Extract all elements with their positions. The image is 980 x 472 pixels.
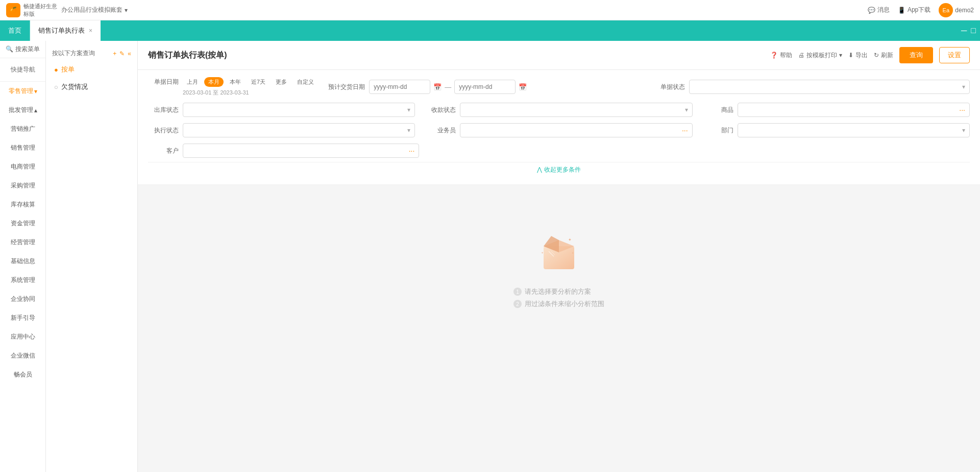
payment-label: 收款状态 — [425, 106, 456, 114]
print-button[interactable]: 🖨 按模板打印 ▾ — [798, 51, 842, 60]
sidebar: 🔍 搜索菜单 快捷导航 零售管理 ▾ 批发管理 ▴ 营销推广 销售管理 电商管理… — [0, 41, 46, 472]
collapse-panel-button[interactable]: « — [128, 50, 131, 57]
sidebar-item-basic[interactable]: 基础信息 — [0, 252, 45, 271]
app-download-button[interactable]: 📱 App下载 — [898, 6, 930, 14]
empty-illustration: ✦ ✦ ✦ — [533, 226, 584, 277]
outbound-select[interactable]: ▾ — [183, 103, 415, 117]
export-button[interactable]: ⬇ 导出 — [848, 51, 868, 60]
message-button[interactable]: 💬 消息 — [868, 6, 890, 14]
sidebar-item-member[interactable]: 畅会员 — [0, 365, 45, 384]
refresh-button[interactable]: ↻ 刷新 — [874, 51, 893, 60]
page-actions: ❓ 帮助 🖨 按模板打印 ▾ ⬇ 导出 ↻ 刷新 — [770, 47, 970, 63]
tab-sales-execution[interactable]: 销售订单执行表 × — [30, 20, 101, 41]
execution-select[interactable]: ▾ — [183, 123, 415, 137]
product-ellipsis-button[interactable]: ··· — [959, 106, 965, 114]
outbound-label: 出库状态 — [148, 106, 179, 114]
collapse-icon: ⋀ — [537, 166, 542, 173]
avatar: Ea — [939, 3, 953, 17]
shortcut-this-month[interactable]: 本月 — [204, 77, 224, 87]
sidebar-item-ecommerce[interactable]: 电商管理 — [0, 157, 45, 176]
search-area: 单据日期 上月 本月 本年 近7天 更多 自定义 2023-03-01 至 20… — [138, 70, 980, 185]
svg-text:✦: ✦ — [568, 238, 572, 242]
execution-label: 执行状态 — [148, 126, 179, 135]
page-title: 销售订单执行表(按单) — [148, 50, 227, 61]
query-button[interactable]: 查询 — [899, 47, 933, 63]
top-bar-right: 💬 消息 📱 App下载 Ea demo2 — [868, 3, 974, 17]
scheme-item-debt[interactable]: ○ 欠货情况 — [46, 78, 137, 96]
left-panel-header: 按以下方案查询 + ✎ « — [46, 46, 137, 61]
industry-dropdown[interactable]: 办公用品行业模拟账套 ▾ — [61, 6, 128, 14]
chevron-down-icon: ▾ — [407, 127, 410, 134]
salesperson-ellipsis-button[interactable]: ··· — [682, 126, 688, 134]
status-select[interactable]: ▾ — [689, 80, 970, 94]
sidebar-item-enterprise[interactable]: 企业协同 — [0, 290, 45, 309]
sidebar-item-appstore[interactable]: 应用中心 — [0, 327, 45, 346]
sidebar-quick-nav: 快捷导航 — [0, 58, 45, 82]
minimize-button[interactable]: ─ — [961, 26, 967, 35]
expected-date-range: 📅 — 📅 — [369, 80, 527, 94]
calendar-end-icon[interactable]: 📅 — [519, 83, 527, 91]
expected-date-end[interactable] — [454, 80, 516, 94]
customer-ellipsis-button[interactable]: ··· — [409, 147, 415, 155]
shortcut-this-year[interactable]: 本年 — [226, 77, 245, 87]
sidebar-item-retail[interactable]: 零售管理 ▾ — [0, 82, 45, 101]
empty-tips: 1 请先选择要分析的方案 2 用过滤条件来缩小分析范围 — [513, 287, 604, 312]
logo-text: 畅捷通好生意 标版 — [23, 3, 57, 17]
left-panel-actions: + ✎ « — [113, 50, 131, 57]
expected-date-filter: 预计交货日期 📅 — 📅 — [328, 80, 644, 94]
scheme-item-press[interactable]: ● 按单 — [46, 61, 137, 78]
tab-close-icon[interactable]: × — [89, 27, 92, 34]
sidebar-item-finance[interactable]: 资金管理 — [0, 214, 45, 233]
main-layout: 🔍 搜索菜单 快捷导航 零售管理 ▾ 批发管理 ▴ 营销推广 销售管理 电商管理… — [0, 41, 980, 472]
search-row-4: 客户 ··· — [148, 144, 970, 158]
tab-bar-actions: ─ □ — [961, 26, 980, 35]
sidebar-item-operations[interactable]: 经营管理 — [0, 233, 45, 252]
product-filter: 商品 ··· — [703, 103, 970, 117]
shortcut-more[interactable]: 更多 — [272, 77, 291, 87]
sidebar-item-wholesale[interactable]: 批发管理 ▴ — [0, 101, 45, 120]
sidebar-item-marketing[interactable]: 营销推广 — [0, 120, 45, 138]
maximize-button[interactable]: □ — [971, 26, 976, 35]
scheme-icon-debt: ○ — [54, 83, 58, 91]
date-shortcuts: 上月 本月 本年 近7天 更多 自定义 — [183, 77, 318, 87]
expected-date-start[interactable] — [369, 80, 430, 94]
sidebar-item-system[interactable]: 系统管理 — [0, 271, 45, 290]
export-icon: ⬇ — [848, 52, 853, 59]
date-range-display: 2023-03-01 至 2023-03-31 — [183, 89, 249, 97]
sidebar-item-sales[interactable]: 销售管理 — [0, 138, 45, 157]
scheme-icon-press: ● — [54, 66, 58, 74]
add-scheme-button[interactable]: + — [113, 50, 116, 57]
top-bar: 🍊 畅捷通好生意 标版 办公用品行业模拟账套 ▾ 💬 消息 📱 App下载 Ea… — [0, 0, 980, 20]
empty-state: ✦ ✦ ✦ 1 请先选择要分析的方案 2 用过滤条件来缩小分析范围 — [138, 185, 980, 352]
calendar-start-icon[interactable]: 📅 — [433, 83, 442, 91]
tab-home[interactable]: 首页 — [0, 20, 30, 41]
sidebar-item-newbie[interactable]: 新手引导 — [0, 309, 45, 327]
help-button[interactable]: ❓ 帮助 — [770, 51, 792, 60]
customer-label: 客户 — [148, 147, 179, 155]
chevron-down-icon: ▾ — [962, 83, 965, 90]
shortcut-7days[interactable]: 近7天 — [247, 77, 270, 87]
svg-text:✦: ✦ — [541, 251, 544, 254]
execution-filter: 执行状态 ▾ — [148, 123, 415, 137]
sidebar-item-purchase[interactable]: 采购管理 — [0, 176, 45, 195]
sidebar-search[interactable]: 🔍 搜索菜单 — [0, 41, 45, 58]
collapse-filter-button[interactable]: ⋀ 收起更多条件 — [148, 162, 970, 177]
edit-scheme-button[interactable]: ✎ — [119, 50, 125, 57]
chevron-up-icon: ▴ — [34, 107, 37, 114]
shortcut-last-month[interactable]: 上月 — [183, 77, 202, 87]
date-label: 单据日期 — [148, 78, 179, 86]
payment-filter: 收款状态 ▾ — [425, 103, 692, 117]
department-select[interactable]: ▾ — [738, 123, 970, 137]
print-icon: 🖨 — [798, 52, 804, 59]
salesperson-filter: 业务员 ··· — [425, 123, 692, 137]
sidebar-item-inventory[interactable]: 库存核算 — [0, 195, 45, 214]
user-menu[interactable]: Ea demo2 — [939, 3, 974, 17]
logo-area: 🍊 畅捷通好生意 标版 — [6, 3, 57, 17]
date-filter: 单据日期 上月 本月 本年 近7天 更多 自定义 2023-03-01 至 20… — [148, 77, 318, 97]
sidebar-item-wechat[interactable]: 企业微信 — [0, 346, 45, 365]
setting-button[interactable]: 设置 — [939, 47, 970, 63]
chevron-down-icon: ▾ — [34, 88, 37, 95]
sidebar-item-quick-nav[interactable]: 快捷导航 — [0, 61, 45, 78]
shortcut-custom[interactable]: 自定义 — [293, 77, 318, 87]
payment-select[interactable]: ▾ — [460, 103, 692, 117]
